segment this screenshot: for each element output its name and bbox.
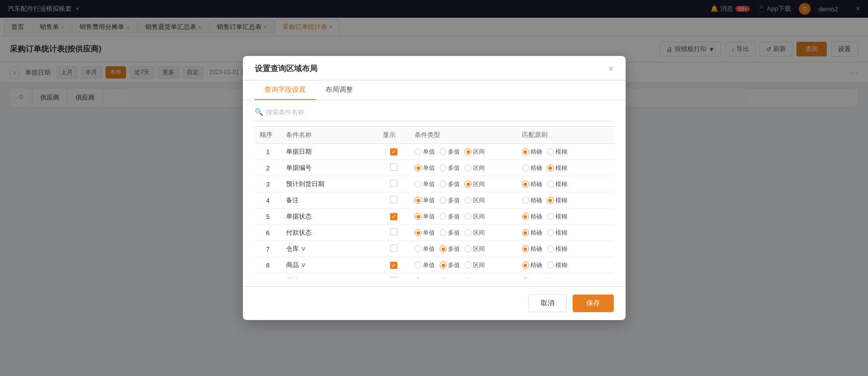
row-match: 精确模糊 <box>517 160 614 176</box>
checkbox[interactable] <box>390 148 397 156</box>
radio-type-区间[interactable]: 区间 <box>465 164 485 172</box>
row-order: 8 <box>255 257 282 273</box>
row-match: 精确模糊 <box>517 176 614 192</box>
radio-match-模糊[interactable]: 模糊 <box>547 229 567 237</box>
radio-type-单值[interactable]: 单值 <box>415 196 435 205</box>
radio-type-多值[interactable]: 多值 <box>440 148 460 156</box>
tab-layout-adjust[interactable]: 布局调整 <box>316 81 363 100</box>
checkbox[interactable] <box>390 163 397 171</box>
radio-type-区间[interactable]: 区间 <box>465 229 485 237</box>
modal-close-button[interactable]: × <box>608 64 614 74</box>
radio-dot <box>522 197 529 204</box>
checkbox[interactable] <box>390 244 397 252</box>
radio-type-单值[interactable]: 单值 <box>415 245 435 253</box>
radio-dot <box>522 278 529 278</box>
row-display-checkbox[interactable] <box>378 241 410 257</box>
checkbox[interactable] <box>390 180 397 187</box>
table-row: 3预计到货日期单值多值区间精确模糊 <box>255 176 614 192</box>
table-row: 5单据状态单值多值区间精确模糊 <box>255 209 614 225</box>
row-display-checkbox[interactable] <box>378 273 410 279</box>
row-display-checkbox[interactable] <box>378 209 410 225</box>
radio-match-模糊[interactable]: 模糊 <box>547 213 567 221</box>
radio-type-单值[interactable]: 单值 <box>415 277 435 279</box>
radio-match-精确[interactable]: 精确 <box>522 229 542 237</box>
radio-type-多值[interactable]: 多值 <box>440 196 460 205</box>
row-display-checkbox[interactable] <box>378 144 410 160</box>
radio-label: 模糊 <box>555 164 567 172</box>
row-type: 单值多值区间 <box>410 192 517 209</box>
radio-match-精确[interactable]: 精确 <box>522 261 542 269</box>
checkbox[interactable] <box>390 196 397 203</box>
radio-type-单值[interactable]: 单值 <box>415 164 435 172</box>
radio-dot <box>522 181 529 188</box>
radio-match-模糊[interactable]: 模糊 <box>547 261 567 269</box>
row-display-checkbox[interactable] <box>378 160 410 176</box>
radio-label: 模糊 <box>555 261 567 269</box>
row-name: 单据编号 <box>281 160 378 176</box>
row-order: 5 <box>255 209 282 225</box>
radio-type-多值[interactable]: 多值 <box>440 245 460 253</box>
radio-match-模糊[interactable]: 模糊 <box>547 164 567 172</box>
radio-match-模糊[interactable]: 模糊 <box>547 245 567 253</box>
radio-match-精确[interactable]: 精确 <box>522 196 542 205</box>
radio-type-区间[interactable]: 区间 <box>465 213 485 221</box>
radio-match-模糊[interactable]: 模糊 <box>547 196 567 205</box>
radio-type-多值[interactable]: 多值 <box>440 213 460 221</box>
radio-match-精确[interactable]: 精确 <box>522 148 542 156</box>
radio-match-精确[interactable]: 精确 <box>522 180 542 188</box>
row-name: 备注 <box>281 192 378 209</box>
row-display-checkbox[interactable] <box>378 257 410 273</box>
config-table-scroll[interactable]: 顺序 条件名称 显示 条件类型 匹配原则 1单据日期单值多值区间精确模糊2单据编… <box>255 126 614 278</box>
th-order: 顺序 <box>255 127 282 144</box>
search-icon: 🔍 <box>255 108 263 116</box>
radio-match-模糊[interactable]: 模糊 <box>547 180 567 188</box>
row-name: 属性 ∨ <box>281 273 378 279</box>
radio-dot <box>440 197 447 204</box>
radio-dot <box>547 197 554 204</box>
radio-type-区间[interactable]: 区间 <box>465 245 485 253</box>
radio-label: 区间 <box>473 196 485 205</box>
radio-type-区间[interactable]: 区间 <box>465 277 485 279</box>
radio-label: 多值 <box>448 213 460 221</box>
radio-label: 精确 <box>530 196 542 205</box>
radio-match-精确[interactable]: 精确 <box>522 277 542 279</box>
checkbox[interactable] <box>390 228 397 236</box>
checkbox[interactable] <box>390 262 397 269</box>
radio-type-多值[interactable]: 多值 <box>440 261 460 269</box>
radio-type-单值[interactable]: 单值 <box>415 180 435 188</box>
radio-match-模糊[interactable]: 模糊 <box>547 277 567 279</box>
row-order: 2 <box>255 160 282 176</box>
radio-type-区间[interactable]: 区间 <box>465 180 485 188</box>
radio-dot <box>415 164 421 171</box>
row-type: 单值多值区间 <box>410 160 517 176</box>
row-display-checkbox[interactable] <box>378 192 410 209</box>
radio-type-区间[interactable]: 区间 <box>465 148 485 156</box>
radio-type-多值[interactable]: 多值 <box>440 229 460 237</box>
radio-type-多值[interactable]: 多值 <box>440 277 460 279</box>
radio-type-单值[interactable]: 单值 <box>415 213 435 221</box>
radio-match-模糊[interactable]: 模糊 <box>547 148 567 156</box>
radio-match-精确[interactable]: 精确 <box>522 164 542 172</box>
tab-query-fields[interactable]: 查询字段设置 <box>255 81 316 100</box>
row-display-checkbox[interactable] <box>378 225 410 241</box>
search-input[interactable] <box>266 108 614 116</box>
checkbox[interactable] <box>390 277 397 278</box>
radio-type-多值[interactable]: 多值 <box>440 164 460 172</box>
radio-type-单值[interactable]: 单值 <box>415 261 435 269</box>
radio-label: 精确 <box>530 229 542 237</box>
row-type: 单值多值区间 <box>410 257 517 273</box>
row-match: 精确模糊 <box>517 144 614 160</box>
checkbox[interactable] <box>390 213 397 220</box>
row-display-checkbox[interactable] <box>378 176 410 192</box>
table-row: 4备注单值多值区间精确模糊 <box>255 192 614 209</box>
radio-dot <box>547 148 554 155</box>
radio-type-多值[interactable]: 多值 <box>440 180 460 188</box>
radio-type-区间[interactable]: 区间 <box>465 196 485 205</box>
row-name: 商品 ∨ <box>281 257 378 273</box>
radio-match-精确[interactable]: 精确 <box>522 245 542 253</box>
radio-type-单值[interactable]: 单值 <box>415 229 435 237</box>
radio-type-区间[interactable]: 区间 <box>465 261 485 269</box>
radio-type-单值[interactable]: 单值 <box>415 148 435 156</box>
radio-match-精确[interactable]: 精确 <box>522 213 542 221</box>
radio-dot <box>440 229 447 236</box>
